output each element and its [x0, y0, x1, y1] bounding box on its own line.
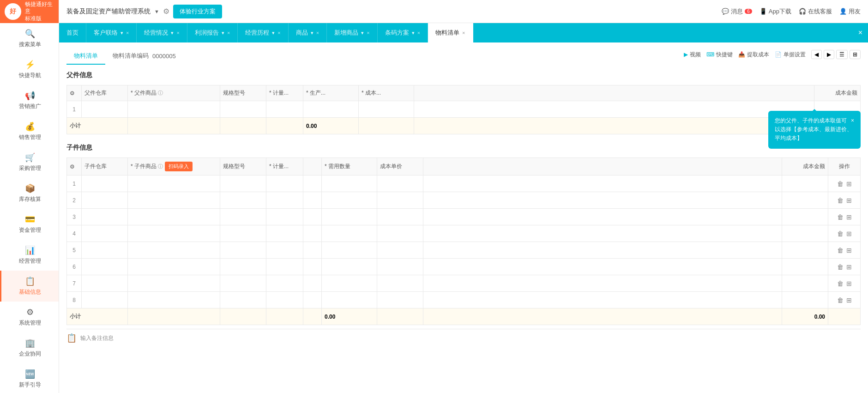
child-spec-cell[interactable]	[220, 209, 266, 225]
sidebar-item-sales[interactable]: 💰销售管理	[0, 116, 59, 147]
parent-settings-col[interactable]: ⚙	[67, 85, 82, 101]
child-unit-cell[interactable]	[266, 292, 303, 308]
child-qty-cell[interactable]	[322, 209, 377, 225]
parent-warehouse-cell[interactable]	[82, 101, 128, 118]
experience-btn[interactable]: 体验行业方案	[173, 5, 222, 18]
child-product-cell[interactable]	[128, 292, 220, 308]
nav-tab-arrow[interactable]: ▾	[361, 30, 364, 36]
delete-icon[interactable]: 🗑	[837, 213, 844, 221]
nav-tab-2[interactable]: 经营情况▾×	[137, 23, 187, 42]
child-settings-col[interactable]: ⚙	[67, 158, 82, 175]
nav-tab-1[interactable]: 客户联络▾×	[86, 23, 137, 42]
nav-tab-7[interactable]: 条码方案▾×	[378, 23, 428, 42]
nav-close-all-btn[interactable]: ×	[853, 29, 868, 37]
sub-tab-material-list[interactable]: 物料清单	[66, 48, 105, 65]
child-product-cell[interactable]	[128, 192, 220, 209]
child-product-cell[interactable]	[128, 242, 220, 259]
delete-icon[interactable]: 🗑	[837, 197, 844, 204]
child-warehouse-cell[interactable]	[82, 175, 128, 192]
nav-tab-close[interactable]: ×	[277, 30, 280, 36]
child-spec-cell[interactable]	[220, 192, 266, 209]
parent-cost-cell[interactable]	[359, 101, 414, 118]
scan-btn[interactable]: 扫码录入	[165, 162, 193, 171]
delete-icon[interactable]: 🗑	[837, 180, 844, 187]
nav-tab-close[interactable]: ×	[367, 30, 369, 36]
child-spec-cell[interactable]	[220, 175, 266, 192]
nav-tab-close[interactable]: ×	[417, 30, 420, 36]
sidebar-item-inventory[interactable]: 📦库存核算	[0, 178, 59, 209]
copy-icon[interactable]: ⊞	[846, 296, 852, 304]
nav-tab-arrow[interactable]: ▾	[272, 30, 275, 36]
sidebar-item-enterprise[interactable]: 🏢企业协同	[0, 333, 59, 363]
child-product-cell[interactable]	[128, 209, 220, 225]
nav-tab-3[interactable]: 利润报告▾×	[187, 23, 238, 42]
child-unit-cell[interactable]	[266, 275, 303, 292]
delete-icon[interactable]: 🗑	[837, 280, 844, 287]
nav-tab-arrow[interactable]: ▾	[412, 30, 415, 36]
child-product-cell[interactable]	[128, 225, 220, 242]
shortcut-btn[interactable]: ⌨ 快捷键	[706, 51, 733, 59]
sidebar-item-operations[interactable]: 📊经营管理	[0, 240, 59, 271]
nav-tab-close[interactable]: ×	[462, 30, 465, 36]
child-warehouse-cell[interactable]	[82, 292, 128, 308]
child-warehouse-cell[interactable]	[82, 225, 128, 242]
nav-tab-close[interactable]: ×	[176, 30, 179, 36]
copy-icon[interactable]: ⊞	[846, 197, 852, 204]
view-video-btn[interactable]: ▶ 视频	[684, 51, 701, 59]
child-qty-cell[interactable]	[322, 192, 377, 209]
child-warehouse-cell[interactable]	[82, 259, 128, 275]
sidebar-item-search[interactable]: 🔍搜索菜单	[0, 23, 59, 54]
app-download-item[interactable]: 📱 App下载	[760, 7, 791, 16]
system-dropdown-icon[interactable]: ▼	[154, 9, 159, 14]
child-product-cell[interactable]	[128, 259, 220, 275]
child-warehouse-cell[interactable]	[82, 242, 128, 259]
nav-tab-arrow[interactable]: ▾	[222, 30, 224, 36]
prev-page-btn[interactable]: ◀	[811, 50, 822, 59]
child-unit-cell[interactable]	[266, 259, 303, 275]
child-unit-price-cell[interactable]	[377, 209, 423, 225]
message-item[interactable]: 💬 消息 6	[722, 7, 752, 16]
nav-tab-arrow[interactable]: ▾	[171, 30, 174, 36]
nav-tab-close[interactable]: ×	[126, 30, 129, 36]
settings-icon[interactable]: ⚙	[163, 7, 169, 16]
list-view-btn[interactable]: ⊞	[850, 50, 861, 59]
parent-production-cell[interactable]	[303, 101, 359, 118]
hint-text[interactable]: 输入备注信息	[80, 334, 114, 342]
delete-icon[interactable]: 🗑	[837, 263, 844, 271]
next-page-btn[interactable]: ▶	[824, 50, 834, 59]
child-unit-cell[interactable]	[266, 242, 303, 259]
child-unit-cell[interactable]	[266, 209, 303, 225]
child-unit-price-cell[interactable]	[377, 175, 423, 192]
child-unit-price-cell[interactable]	[377, 192, 423, 209]
parent-product-cell[interactable]	[128, 101, 220, 118]
child-spec-cell[interactable]	[220, 275, 266, 292]
nav-tab-close[interactable]: ×	[227, 30, 230, 36]
child-unit-price-cell[interactable]	[377, 275, 423, 292]
child-warehouse-cell[interactable]	[82, 192, 128, 209]
tooltip-close-btn[interactable]: ×	[851, 116, 854, 125]
sidebar-item-basic[interactable]: 📋基础信息	[0, 271, 59, 302]
parent-spec-cell[interactable]	[220, 101, 266, 118]
nav-tab-8[interactable]: 物料清单×	[428, 23, 473, 42]
child-qty-cell[interactable]	[322, 175, 377, 192]
child-qty-cell[interactable]	[322, 275, 377, 292]
child-spec-cell[interactable]	[220, 242, 266, 259]
sidebar-item-newguide[interactable]: 🆕新手引导	[0, 363, 59, 393]
extract-cost-btn[interactable]: 📥 提取成本	[738, 51, 769, 59]
nav-tab-close[interactable]: ×	[316, 30, 319, 36]
child-qty-cell[interactable]	[322, 225, 377, 242]
nav-tab-5[interactable]: 商品▾×	[289, 23, 327, 42]
parent-unit-cell[interactable]	[266, 101, 303, 118]
child-unit-cell[interactable]	[266, 175, 303, 192]
copy-icon[interactable]: ⊞	[846, 247, 852, 254]
copy-icon[interactable]: ⊞	[846, 180, 852, 187]
online-service-item[interactable]: 🎧 在线客服	[799, 7, 832, 16]
child-unit-cell[interactable]	[266, 225, 303, 242]
child-qty-cell[interactable]	[322, 292, 377, 308]
child-spec-cell[interactable]	[220, 259, 266, 275]
nav-tab-arrow[interactable]: ▾	[121, 30, 123, 36]
nav-tab-0[interactable]: 首页	[59, 23, 86, 42]
sidebar-item-quicknav[interactable]: ⚡快捷导航	[0, 54, 59, 85]
child-unit-cell[interactable]	[266, 192, 303, 209]
child-unit-price-cell[interactable]	[377, 292, 423, 308]
